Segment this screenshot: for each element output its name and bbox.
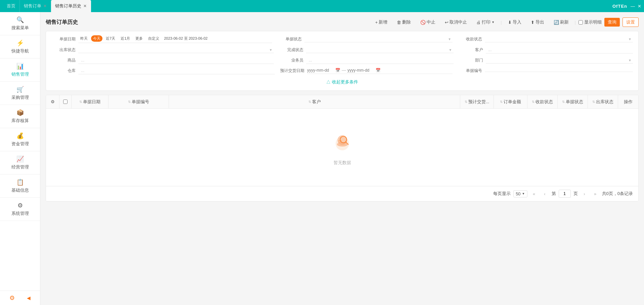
sort-customer-icon: ⇅ (308, 100, 311, 104)
sidebar-item-operations[interactable]: 📈 经营管理 (0, 151, 40, 175)
th-date[interactable]: ⇅ 单据日期 (72, 95, 109, 108)
page-prev-button[interactable]: ‹ (541, 190, 549, 198)
date-chip-today[interactable]: 今天 (91, 35, 102, 42)
date-range-value: 2023-06-02 至 2023-06-02 (164, 36, 208, 41)
add-button[interactable]: + 新增 (372, 18, 391, 27)
page-first-button[interactable]: « (530, 190, 538, 198)
th-action-label: 操作 (624, 99, 633, 105)
sidebar-item-finance[interactable]: 💰 资金管理 (0, 128, 40, 151)
query-button[interactable]: 查询 (604, 18, 620, 27)
sidebar-item-basic-info[interactable]: 📋 基础信息 (0, 175, 40, 198)
th-docno[interactable]: ⇅ 单据编号 (109, 95, 169, 108)
page-next-button[interactable]: › (581, 190, 589, 198)
delivery-date-label: 预计交货日期 (280, 68, 307, 74)
out-status-field[interactable]: ▼ (78, 47, 274, 53)
status-field[interactable]: ▼ (304, 36, 453, 42)
sidebar-item-search-menu[interactable]: 🔍 搜索菜单 (0, 12, 40, 35)
delivery-date-to[interactable] (347, 68, 374, 73)
page-suffix: 页 (573, 191, 578, 197)
tab-sales-order-close[interactable]: ✕ (43, 4, 47, 8)
export-button[interactable]: ⬆ 导出 (527, 18, 548, 27)
dept-field[interactable]: ▼ (486, 58, 633, 64)
th-settings[interactable]: ⚙ (46, 95, 59, 108)
product-placeholder: ... (81, 58, 272, 63)
th-checkbox[interactable] (59, 95, 72, 108)
sidebar-item-search-menu-label: 搜索菜单 (11, 25, 29, 31)
purchase-mgmt-icon: 🛒 (16, 86, 24, 93)
th-payment-status[interactable]: ⇅ 收款状态 (527, 95, 558, 108)
table-container: ⚙ ⇅ 单据日期 ⇅ 单据编号 ⇅ 客户 ⇅ (46, 95, 639, 201)
sidebar-settings-icon[interactable]: ⚙ (9, 294, 15, 302)
quick-nav-icon: ⚡ (16, 39, 24, 47)
select-all-checkbox[interactable] (63, 100, 68, 104)
th-date-label: 单据日期 (83, 99, 100, 105)
docno-field[interactable] (485, 70, 633, 72)
settings-button[interactable]: 设置 (622, 17, 639, 27)
docno-label: 单据编号 (458, 68, 485, 74)
sidebar-item-inventory-label: 库存核算 (11, 118, 29, 124)
filter-collapse[interactable]: △ 收起更多条件 (51, 78, 633, 86)
import-button[interactable]: ⬇ 导入 (505, 18, 525, 27)
product-field[interactable]: ... (78, 57, 274, 64)
sidebar-collapse-icon[interactable]: ◀ (27, 295, 31, 301)
date-chip-1month[interactable]: 近1月 (119, 35, 132, 42)
filter-row-4: 仓库 ... 预计交货日期 📅 — 📅 单据编号 (51, 67, 633, 74)
tab-sales-history-close[interactable]: ✕ (83, 4, 87, 8)
page-number-input[interactable] (559, 190, 571, 198)
print-label: 打印 (482, 19, 490, 25)
payment-label: 收款状态 (458, 36, 485, 42)
close-window-icon[interactable]: ✕ (638, 4, 641, 9)
cancel-stop-label: 取消中止 (449, 19, 467, 25)
sidebar-item-sys-mgmt[interactable]: ⚙ 系统管理 (0, 198, 40, 221)
print-button[interactable]: 🖨 打印 ▼ (473, 18, 498, 27)
date-chip-7days[interactable]: 近7天 (104, 35, 117, 42)
stop-button[interactable]: 🚫 中止 (417, 18, 439, 27)
date-chip-yesterday[interactable]: 昨天 (78, 35, 90, 42)
delete-button[interactable]: 🗑 删除 (393, 18, 414, 27)
show-detail-checkbox-label[interactable]: 显示明细 (578, 19, 602, 25)
per-page-select[interactable]: 50 ▼ (513, 190, 527, 197)
salesperson-placeholder: ... (309, 58, 452, 63)
complete-field[interactable]: ▼ (306, 47, 454, 53)
cancel-stop-button[interactable]: ↩ 取消中止 (441, 18, 470, 27)
show-detail-checkbox[interactable] (578, 20, 583, 25)
salesperson-field[interactable]: ... (306, 57, 454, 64)
filter-panel: 单据日期 昨天 今天 近7天 近1月 更多 自定义 2023-06-02 至 2… (46, 31, 639, 91)
refresh-button[interactable]: 🔄 刷新 (550, 18, 572, 27)
sidebar-item-sales-mgmt[interactable]: 📊 销售管理 (0, 59, 40, 82)
th-docno-label: 单据编号 (132, 99, 149, 105)
th-out-status[interactable]: ⇅ 出库状态 (588, 95, 618, 108)
sidebar-item-quick-nav[interactable]: ⚡ 快捷导航 (0, 35, 40, 59)
refresh-icon: 🔄 (554, 20, 559, 25)
sales-mgmt-icon: 📊 (16, 63, 24, 70)
sidebar-item-quick-nav-label: 快捷导航 (11, 48, 29, 54)
tab-sales-order[interactable]: 销售订单 ✕ (20, 0, 51, 12)
delivery-date-from[interactable] (307, 68, 334, 73)
date-chip-custom[interactable]: 自定义 (146, 35, 161, 42)
th-customer[interactable]: ⇅ 客户 (169, 95, 460, 108)
tab-home-label: 首页 (7, 3, 15, 9)
page-title: 销售订单历史 (46, 19, 78, 26)
th-amount[interactable]: ⇅ 订单金额 (494, 95, 527, 108)
th-doc-status[interactable]: ⇅ 单据状态 (558, 95, 588, 108)
add-icon: + (375, 20, 378, 25)
minimize-icon[interactable]: — (631, 4, 635, 9)
date-chip-more[interactable]: 更多 (133, 35, 145, 42)
page-last-button[interactable]: » (591, 190, 599, 198)
sidebar-item-sales-mgmt-label: 销售管理 (11, 71, 29, 77)
th-amount-label: 订单金额 (504, 99, 521, 105)
warehouse-field[interactable]: ... (78, 67, 275, 74)
customer-field[interactable]: ... (486, 46, 633, 53)
page-next-icon: › (584, 191, 585, 196)
import-label: 导入 (513, 19, 521, 25)
sidebar-item-inventory[interactable]: 📦 库存核算 (0, 105, 40, 128)
sidebar-item-purchase-mgmt[interactable]: 🛒 采购管理 (0, 82, 40, 105)
cancel-stop-icon: ↩ (445, 20, 448, 25)
payment-field[interactable]: ▼ (485, 36, 633, 42)
tab-home[interactable]: 首页 (3, 0, 20, 12)
th-delivery[interactable]: ⇅ 预计交货... (460, 95, 494, 108)
filter-row-1: 单据日期 昨天 今天 近7天 近1月 更多 自定义 2023-06-02 至 2… (51, 35, 633, 43)
refresh-label: 刷新 (560, 19, 569, 25)
stop-icon: 🚫 (420, 20, 426, 25)
tab-sales-history[interactable]: 销售订单历史 ✕ (51, 0, 91, 12)
